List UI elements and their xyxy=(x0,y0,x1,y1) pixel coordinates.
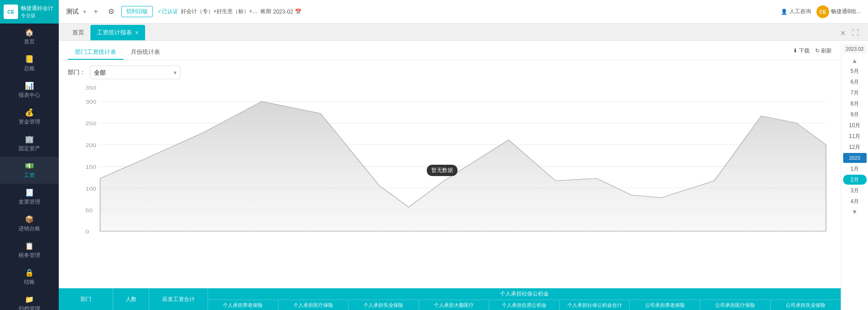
reports-icon: 📊 xyxy=(25,81,34,90)
dept-select-wrapper: 全部 财务部 人事部 销售部 技术部 ▾ xyxy=(90,66,180,79)
tab-home-label: 首页 xyxy=(72,29,84,37)
svg-text:50: 50 xyxy=(85,207,93,213)
svg-text:150: 150 xyxy=(85,164,96,170)
social-group-title: 个人承担社保公积金 xyxy=(208,288,840,300)
month-2-active[interactable]: 2月 xyxy=(843,175,867,185)
tab-close-icon[interactable]: ✕ xyxy=(135,30,139,36)
sidebar-item-invoice[interactable]: 🧾 发票管理 xyxy=(0,184,59,210)
year-up-nav[interactable]: ▲ xyxy=(850,56,859,65)
panel-expand-btn[interactable]: ⛶ xyxy=(850,28,861,38)
archive-icon: 📁 xyxy=(25,295,34,304)
month-12[interactable]: 12月 xyxy=(843,142,867,152)
switch-old-button[interactable]: 切到旧版 xyxy=(121,6,153,17)
tab-payroll-label: 工资统计报表 xyxy=(97,29,132,37)
tabs-bar: 首页 工资统计报表 ✕ ✕ ⛶ xyxy=(59,24,868,41)
svg-text:350: 350 xyxy=(85,85,96,91)
sidebar-nav: 🏠 首页 📒 总账 📊 报表中心 💰 资金管理 🏢 固定资产 💵 工资 🧾 发票… xyxy=(0,24,59,310)
content-area: 部门工资统计表 月份统计表 ⬇ 下载 ↻ 刷新 xyxy=(59,41,868,310)
sidebar-item-reports[interactable]: 📊 报表中心 xyxy=(0,77,59,104)
sidebar-item-label: 总账 xyxy=(24,65,35,72)
month-5[interactable]: 5月 xyxy=(843,66,867,76)
month-3[interactable]: 3月 xyxy=(843,186,867,196)
chart-tooltip: 暂无数据 xyxy=(427,165,458,176)
funds-icon: 💰 xyxy=(25,108,34,117)
year-down-nav[interactable]: ▼ xyxy=(850,207,859,216)
logo: CE 畅捷通好会计 专业版 xyxy=(0,0,59,24)
year-2023-label: 2023 xyxy=(843,153,867,163)
invoice-icon: 🧾 xyxy=(25,188,34,197)
sidebar-item-payroll[interactable]: 💵 工资 xyxy=(0,157,59,184)
dept-filter-label: 部门： xyxy=(68,68,85,76)
col-personal-medical: 个人承担医疗保险 xyxy=(278,300,349,310)
chart-svg: 0 50 100 150 200 250 300 350 xyxy=(68,85,832,238)
sidebar-item-label: 工资 xyxy=(24,172,35,179)
month-7[interactable]: 7月 xyxy=(843,88,867,98)
panel-close-btn[interactable]: ✕ xyxy=(837,28,848,38)
dept-select[interactable]: 全部 财务部 人事部 销售部 技术部 xyxy=(90,66,180,79)
chart-container: 0 50 100 150 200 250 300 350 xyxy=(68,85,832,238)
sub-tab-dept[interactable]: 部门工资统计表 xyxy=(68,45,123,60)
tab-payroll-report[interactable]: 工资统计报表 ✕ xyxy=(90,25,145,40)
month-1[interactable]: 1月 xyxy=(843,164,867,174)
avatar: CE xyxy=(816,5,829,18)
topbar: 测试 ▾ ＋ ⚙ 切到旧版 ✓已认证 好会计（专）+好生意（标）+… 账期 20… xyxy=(59,0,868,24)
download-button[interactable]: ⬇ 下载 xyxy=(793,47,810,55)
period-label: 账期 xyxy=(260,8,271,15)
ledger-icon: 📒 xyxy=(25,55,34,63)
col-dept: 部门 xyxy=(59,288,113,310)
col-company-unemployment: 公司承担失业保险 xyxy=(771,300,841,310)
sidebar-item-home[interactable]: 🏠 首页 xyxy=(0,24,59,50)
settings-button[interactable]: ⚙ xyxy=(106,6,117,17)
close-accounts-icon: 🔒 xyxy=(25,268,34,277)
refresh-button[interactable]: ↻ 刷新 xyxy=(815,47,832,55)
month-4[interactable]: 4月 xyxy=(843,196,867,206)
col-personal-major-medical: 个人承担大额医疗 xyxy=(419,300,490,310)
content-main: 部门工资统计表 月份统计表 ⬇ 下载 ↻ 刷新 xyxy=(59,41,841,310)
sidebar-item-label: 固定资产 xyxy=(19,145,40,153)
col-headcount: 人数 xyxy=(113,288,149,310)
sidebar-item-close[interactable]: 🔒 结账 xyxy=(0,264,59,291)
add-button[interactable]: ＋ xyxy=(90,6,101,17)
col-personal-housing: 个人承担住房公积金 xyxy=(489,300,560,310)
dropdown-arrow-icon: ▾ xyxy=(83,9,86,15)
month-6[interactable]: 6月 xyxy=(843,77,867,87)
assets-icon: 🏢 xyxy=(25,135,34,143)
month-11[interactable]: 11月 xyxy=(843,131,867,141)
home-icon: 🏠 xyxy=(25,28,34,37)
sub-tabs: 部门工资统计表 月份统计表 ⬇ 下载 ↻ 刷新 xyxy=(59,41,841,60)
sidebar-item-label: 归档管理 xyxy=(19,305,40,310)
products-badge: 好会计（专）+好生意（标）+… xyxy=(181,8,258,15)
svg-text:200: 200 xyxy=(85,142,96,148)
certified-badge: ✓已认证 xyxy=(157,8,178,15)
sidebar-item-sales[interactable]: 📦 进销台账 xyxy=(0,210,59,237)
sidebar-item-funds[interactable]: 💰 资金管理 xyxy=(0,104,59,130)
sidebar-item-label: 税务管理 xyxy=(19,252,40,259)
col-salary-total: 应发工资合计 xyxy=(149,288,208,310)
sidebar-item-tax[interactable]: 📋 税务管理 xyxy=(0,237,59,264)
sales-icon: 📦 xyxy=(25,215,34,224)
ai-consult-button[interactable]: 👤 人工咨询 xyxy=(781,8,811,15)
date-display: 2023.02 xyxy=(843,44,867,53)
sidebar-item-label: 结账 xyxy=(24,278,35,286)
sidebar-item-ledger[interactable]: 📒 总账 xyxy=(0,50,59,77)
main-area: 测试 ▾ ＋ ⚙ 切到旧版 ✓已认证 好会计（专）+好生意（标）+… 账期 20… xyxy=(59,0,868,310)
topbar-right: 👤 人工咨询 CE 畅捷通B组... xyxy=(781,5,861,18)
tab-home[interactable]: 首页 xyxy=(66,25,90,40)
period-value: 2023-02 xyxy=(273,9,293,15)
sidebar-item-label: 进销台账 xyxy=(19,225,40,233)
col-company-pension: 公司承担养老保险 xyxy=(630,300,700,310)
svg-text:250: 250 xyxy=(85,121,96,127)
month-10[interactable]: 10月 xyxy=(843,120,867,130)
sidebar-item-assets[interactable]: 🏢 固定资产 xyxy=(0,130,59,157)
sidebar-item-archive[interactable]: 📁 归档管理 xyxy=(0,291,59,310)
month-9[interactable]: 9月 xyxy=(843,110,867,119)
month-8[interactable]: 8月 xyxy=(843,99,867,109)
right-panel: 2023.02 ▲ 5月 6月 7月 8月 9月 10月 11月 12月 202… xyxy=(841,41,868,310)
col-company-medical: 公司承担医疗保险 xyxy=(700,300,771,310)
period-badge: 账期 2023-02 📅 xyxy=(260,8,302,15)
sidebar: CE 畅捷通好会计 专业版 🏠 首页 📒 总账 📊 报表中心 💰 资金管理 🏢 … xyxy=(0,0,59,310)
sub-tab-monthly[interactable]: 月份统计表 xyxy=(123,45,167,60)
company-name: 测试 xyxy=(66,8,79,16)
calendar-icon: 📅 xyxy=(295,9,302,15)
user-menu[interactable]: CE 畅捷通B组... xyxy=(816,5,861,18)
